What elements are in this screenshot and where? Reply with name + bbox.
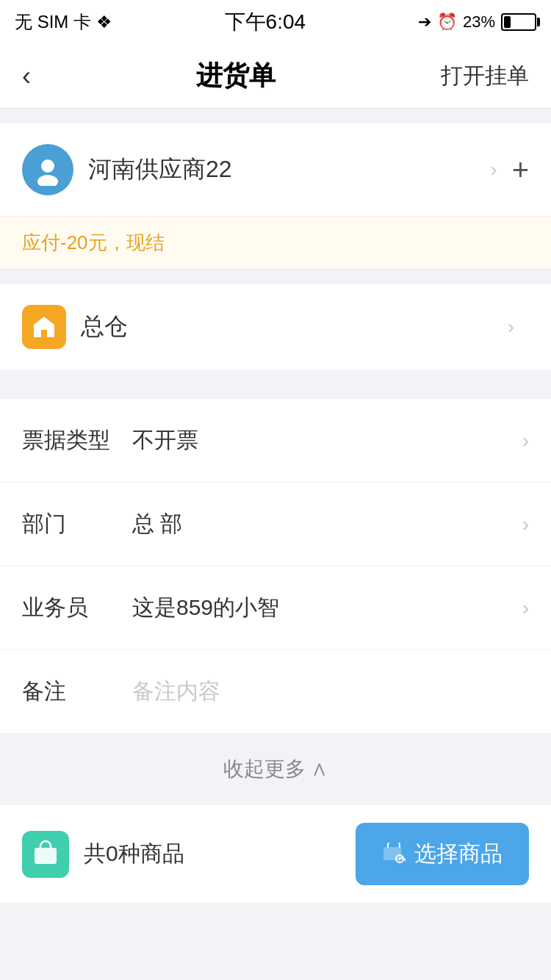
invoice-type-row[interactable]: 票据类型 不开票 › <box>0 399 551 483</box>
remark-row[interactable]: 备注 备注内容 <box>0 650 551 733</box>
remark-value[interactable]: 备注内容 <box>132 677 529 707</box>
status-time: 下午6:04 <box>225 8 306 36</box>
collapse-row[interactable]: 收起更多 ∧ <box>0 733 551 805</box>
house-icon <box>31 314 57 340</box>
back-button[interactable]: ‹ <box>22 61 31 92</box>
salesperson-chevron-icon: › <box>522 597 529 620</box>
section-gap-1 <box>0 109 551 123</box>
gray-fill-area <box>0 903 551 980</box>
add-button[interactable]: + <box>512 154 529 187</box>
department-row[interactable]: 部门 总 部 › <box>0 483 551 566</box>
select-product-button[interactable]: 选择商品 <box>356 823 529 885</box>
warehouse-icon <box>22 305 66 349</box>
department-label: 部门 <box>22 509 118 539</box>
invoice-type-label: 票据类型 <box>22 425 118 455</box>
status-bar: 无 SIM 卡 ❖ 下午6:04 ➔ ⏰ 23% <box>0 0 551 44</box>
nav-bar: ‹ 进货单 打开挂单 <box>0 44 551 109</box>
alarm-icon: ⏰ <box>437 12 457 32</box>
status-right: ➔ ⏰ 23% <box>418 12 536 32</box>
warehouse-chevron-icon: › <box>508 315 514 339</box>
select-product-icon <box>382 843 406 866</box>
notice-text: 应付-20元，现结 <box>22 231 165 253</box>
svg-rect-2 <box>35 848 57 864</box>
warehouse-row[interactable]: 总仓 › <box>0 284 551 370</box>
product-count: 共0种商品 <box>84 839 356 869</box>
supplier-chevron-icon: › <box>490 158 497 181</box>
department-chevron-icon: › <box>522 513 529 536</box>
supplier-row[interactable]: 河南供应商22 › + <box>0 123 551 217</box>
invoice-type-chevron-icon: › <box>522 429 529 453</box>
supplier-avatar <box>22 144 73 195</box>
section-gap-3 <box>0 370 551 384</box>
supplier-card: 河南供应商22 › + 应付-20元，现结 <box>0 123 551 270</box>
svg-point-1 <box>37 175 58 186</box>
user-icon <box>32 154 64 186</box>
salesperson-label: 业务员 <box>22 593 118 623</box>
form-section: 票据类型 不开票 › 部门 总 部 › 业务员 这是859的小智 › 备注 备注… <box>0 399 551 733</box>
svg-point-0 <box>41 159 54 173</box>
page-title: 进货单 <box>196 58 276 94</box>
select-product-label: 选择商品 <box>414 839 503 869</box>
department-value: 总 部 <box>132 509 515 539</box>
battery-pct: 23% <box>463 12 495 32</box>
salesperson-row[interactable]: 业务员 这是859的小智 › <box>0 566 551 650</box>
collapse-label: 收起更多 ∧ <box>223 755 328 783</box>
product-icon <box>22 831 69 878</box>
location-icon: ➔ <box>418 12 431 32</box>
cart-icon <box>32 840 60 868</box>
status-carrier: 无 SIM 卡 ❖ <box>15 10 112 34</box>
notice-banner: 应付-20元，现结 <box>0 217 551 270</box>
invoice-type-value: 不开票 <box>132 425 515 455</box>
warehouse-name: 总仓 <box>81 311 508 343</box>
remark-label: 备注 <box>22 677 118 707</box>
supplier-name: 河南供应商22 <box>88 154 490 186</box>
bottom-bar: 共0种商品 选择商品 <box>0 805 551 903</box>
battery-icon <box>501 13 536 31</box>
salesperson-value: 这是859的小智 <box>132 593 515 623</box>
section-gap-2 <box>0 270 551 284</box>
warehouse-card: 总仓 › <box>0 284 551 370</box>
open-pending-button[interactable]: 打开挂单 <box>441 61 529 91</box>
